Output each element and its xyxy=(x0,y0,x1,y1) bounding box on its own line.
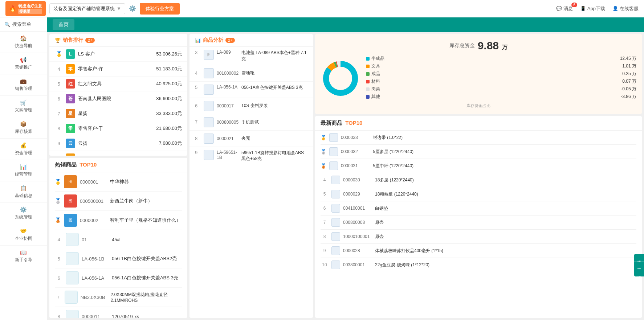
sidebar-item-navigation[interactable]: 🏠 快捷导航 xyxy=(0,32,47,53)
np-img-5 xyxy=(331,190,340,198)
sidebar-item-finance[interactable]: 💰 资金管理 xyxy=(0,139,47,160)
new-product-row-3[interactable]: 🥉 0000031 5厘中纤 (1220*2440) xyxy=(321,159,636,173)
customer-row-7[interactable]: 7 星 星扬 33,333.00元 xyxy=(49,106,187,121)
dropdown-icon: ▼ xyxy=(117,6,121,11)
customer-row-5[interactable]: 5 红 红太阳文具 40,925.00元 xyxy=(49,77,187,91)
hot-product-row-4[interactable]: 4 01 45# xyxy=(55,230,182,249)
new-product-row-7[interactable]: 7 000800008 原壶 xyxy=(321,216,636,230)
new-product-row-9[interactable]: 9 0000028 体械荔枝味苏打饮品400毫升 (1*15) xyxy=(321,244,636,258)
customer-name-6: 苍南县人民医院 xyxy=(78,95,153,102)
customer-amount-6: 36,600.00元 xyxy=(156,95,182,102)
sidebar: 🔍 搜索菜单 🏠 快捷导航 📢 营销推广 💼 销售管理 🛒 采购管理 📦 xyxy=(0,17,47,320)
sidebar-item-inventory[interactable]: 📦 库存核算 xyxy=(0,117,47,139)
customer-row-9[interactable]: 9 云 云扬 7,680.00元 xyxy=(49,136,187,151)
hot-product-row-7[interactable]: 7 NB2.0X30B 2.0X30MM双搓花轴,搓花直径2.1MM/ROHS xyxy=(55,288,182,307)
product-analysis-row-8[interactable]: 8 0000021 夹壳 xyxy=(189,131,313,147)
hot-product-name-2: 新西兰牛肉（新牛） xyxy=(110,198,152,204)
np-img-9 xyxy=(331,246,340,255)
hot-product-img-placeholder-7 xyxy=(65,291,78,304)
sidebar-item-management[interactable]: 📊 经营管理 xyxy=(0,160,47,181)
hot-product-code-6: LA-056-1A xyxy=(82,275,109,281)
pa-img-7 xyxy=(204,117,214,127)
pa-rank-4: 4 xyxy=(195,70,201,76)
rank-num-5: 5 xyxy=(55,81,63,87)
product-analysis-row-4[interactable]: 4 001000002 雪地靴 xyxy=(189,65,313,82)
new-product-row-8[interactable]: 8 10000100001 原壶 xyxy=(321,230,636,244)
np-img-10 xyxy=(331,260,340,269)
new-product-row-10[interactable]: 10 003800001 22g鱼豆腐-烧烤味 (1*12*20) xyxy=(321,258,636,272)
customer-row-6[interactable]: 6 苍 苍南县人民医院 36,600.00元 xyxy=(49,91,187,106)
np-name-2: 5厘多层 (1220*2440) xyxy=(373,149,413,155)
sales-ranking-title: 销售排行 xyxy=(63,37,83,44)
np-name-6: 白钢垫 xyxy=(375,205,388,212)
inventory-amount-value: 9.88 万 xyxy=(478,40,508,52)
hot-product-row-5[interactable]: 5 LA-056-1B 056-1B白色按键开关盖ABS2壳 xyxy=(55,249,182,268)
customer-row-10[interactable]: 10 肖 肖总 7,563.00元 xyxy=(49,151,187,156)
product-analysis-row-3[interactable]: 3 图 LA-089 电池盖 LA-089 ABS本色+黑种 7.1克 xyxy=(189,47,313,65)
float-btn-community[interactable]: 服务社区 xyxy=(634,262,644,269)
pa-rank-8: 8 xyxy=(195,136,201,141)
float-btn-service[interactable]: 客服热线 xyxy=(634,254,644,262)
home-icon: 🏠 xyxy=(20,35,27,42)
sales-ranking-header: 🏆 销售排行 27 xyxy=(49,34,187,47)
service-icon: 👤 xyxy=(612,6,618,11)
system-selector[interactable]: 装备及固定资产辅助管理系统 ▼ xyxy=(49,3,125,14)
hot-product-row-1[interactable]: 🥇 图 0000001 中华神器 xyxy=(55,172,182,192)
sidebar-item-guide[interactable]: 📖 新手引导 xyxy=(0,246,47,267)
hot-product-code-5: LA-056-1B xyxy=(82,256,109,262)
customer-row-1[interactable]: 🥇 L LS 客户 53,006.26元 xyxy=(49,47,187,62)
customer-row-8[interactable]: 8 零 零售客户-于 21,680.00元 xyxy=(49,121,187,136)
sidebar-item-marketing[interactable]: 📢 营销推广 xyxy=(0,53,47,74)
new-product-row-6[interactable]: 6 004100001 白钢垫 xyxy=(321,201,636,216)
new-product-row-4[interactable]: 4 0000030 18多层 (1220*2440) xyxy=(321,173,636,187)
customer-row-4[interactable]: 4 零 零售客户-许 51,183.00元 xyxy=(49,62,187,77)
customer-name-1: LS 客户 xyxy=(78,51,153,57)
customer-amount-9: 7,680.00元 xyxy=(159,140,182,147)
online-service-btn[interactable]: 👤 在线客服 xyxy=(612,5,639,12)
np-name-9: 体械荔枝味苏打饮品400毫升 (1*15) xyxy=(375,248,443,254)
np-name-7: 原壶 xyxy=(375,220,384,226)
inventory-card: 库存总资金 9.88 万 xyxy=(315,34,642,114)
trial-button[interactable]: 体验行业方案 xyxy=(140,3,180,15)
hot-product-row-8[interactable]: 8 0000011 12070519-xs xyxy=(55,307,182,318)
system-name: 装备及固定资产辅助管理系统 xyxy=(53,5,115,12)
customer-avatar-8: 零 xyxy=(66,124,75,133)
customer-name-10: 肖总 xyxy=(78,155,156,156)
tab-home[interactable]: 首页 xyxy=(53,19,74,30)
sidebar-item-sales[interactable]: 💼 销售管理 xyxy=(0,74,47,96)
hot-product-row-3[interactable]: 🥉 图 0000002 智利车子里（规格不知道填什么） xyxy=(55,211,182,230)
hot-products-panel: 热销商品 TOP10 🥇 图 0000001 中华神器 xyxy=(49,158,187,318)
hot-product-img-placeholder-5 xyxy=(66,252,79,265)
product-analysis-row-7[interactable]: 7 000800005 手机测试 xyxy=(189,114,313,131)
hot-rank-medal-1: 🥇 xyxy=(55,179,61,185)
app-download-btn[interactable]: 📱 App下载 xyxy=(580,5,605,12)
notifications-btn[interactable]: 💬 消息 6 xyxy=(556,5,573,12)
float-btn-live[interactable]: 直播 xyxy=(634,269,644,276)
hot-products-list: 🥇 图 0000001 中华神器 🥈 图 000500001 新西兰牛肉（新牛） xyxy=(49,172,187,318)
np-code-2: 0000032 xyxy=(341,149,370,154)
search-menu[interactable]: 🔍 搜索菜单 xyxy=(0,17,47,32)
sidebar-item-system[interactable]: ⚙️ 系统管理 xyxy=(0,203,47,224)
sidebar-item-purchase[interactable]: 🛒 采购管理 xyxy=(0,96,47,117)
product-analysis-row-5[interactable]: 5 LA-056-1A 056-1A白色按键开关盖ABS 3克 xyxy=(189,82,313,98)
pa-code-3: LA-089 xyxy=(217,50,239,55)
hot-product-row-2[interactable]: 🥈 图 000500001 新西兰牛肉（新牛） xyxy=(55,192,182,211)
new-product-row-1[interactable]: 🥇 0000033 封边带 (1.0*22) xyxy=(321,131,636,145)
sales-icon: 💼 xyxy=(20,78,27,85)
new-product-row-2[interactable]: 🥈 0000032 5厘多层 (1220*2440) xyxy=(321,145,636,159)
hot-product-img-placeholder-8 xyxy=(66,310,79,318)
settings-icon[interactable]: ⚙️ xyxy=(129,5,136,12)
pa-name-5: 056-1A白色按键开关盖ABS 3克 xyxy=(241,85,303,91)
sidebar-item-enterprise[interactable]: 🤝 企业协同 xyxy=(0,224,47,246)
hot-product-row-6[interactable]: 6 LA-056-1A 056-1A白色按键开关盖ABS 3壳 xyxy=(55,268,182,288)
new-products-list: 🥇 0000033 封边带 (1.0*22) 🥈 0000032 5厘多层 (1… xyxy=(315,131,642,318)
product-analysis-row-6[interactable]: 6 0000017 10S 变料罗浆 xyxy=(189,98,313,114)
np-code-9: 0000028 xyxy=(343,248,372,253)
new-product-row-5[interactable]: 5 0000029 18颗粒板 (1220*2440) xyxy=(321,187,636,201)
pa-code-8: 0000021 xyxy=(217,136,239,141)
np-img-1 xyxy=(329,133,338,142)
product-analysis-row-9[interactable]: 9 LA-59651-1B 59651-1B旋转投影灯电池盒ABS黑色+58克 xyxy=(189,147,313,165)
sidebar-item-basics[interactable]: 📋 基础信息 xyxy=(0,181,47,203)
hot-product-code-8: 0000011 xyxy=(82,314,109,318)
hot-product-name-7: 2.0X30MM双搓花轴,搓花直径2.1MM/ROHS xyxy=(111,292,182,303)
